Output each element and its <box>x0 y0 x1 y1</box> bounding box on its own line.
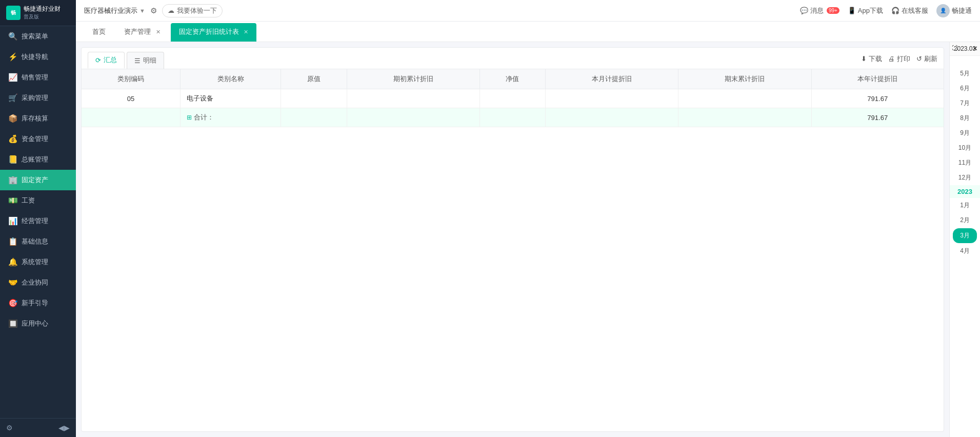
company-name: 医疗器械行业演示 <box>84 6 137 15</box>
sidebar-item-payroll[interactable]: 💵 工资 <box>0 190 76 211</box>
date-month-11[interactable]: 11月 <box>950 155 980 170</box>
date-month-2[interactable]: 2月 <box>950 213 980 228</box>
topbar-right: 💬 消息 99+ 📱 App下载 🎧 在线客服 👤 畅捷通 <box>800 4 972 17</box>
summary-opening-acc <box>347 108 479 127</box>
download-icon: 📱 <box>848 7 856 14</box>
close-date-panel-icon[interactable]: ✕ <box>972 45 978 52</box>
settings-bottom-icon[interactable]: ⚙ <box>6 424 13 432</box>
date-month-12[interactable]: 12月 <box>950 170 980 185</box>
col-net-value: 净值 <box>479 69 545 89</box>
tab-home[interactable]: 首页 <box>84 23 114 42</box>
message-btn[interactable]: 💬 消息 99+ <box>800 6 839 15</box>
date-month-8[interactable]: 8月 <box>950 111 980 126</box>
date-year-2023: 2023 <box>950 185 980 198</box>
sidebar-item-quick-nav[interactable]: ⚡ 快捷导航 <box>0 47 76 67</box>
summary-label-cell: ⊞ 合计： <box>181 108 281 127</box>
system-icon: 🔔 <box>8 257 17 267</box>
experience-btn[interactable]: ☁ 我要体验一下 <box>162 4 223 17</box>
sub-tabs-left: ⟳ 汇总 ☰ 明细 <box>88 52 166 69</box>
topbar: 医疗器械行业演示 ▼ ⚙ ☁ 我要体验一下 💬 消息 99+ 📱 App下载 🎧… <box>76 0 980 22</box>
download-btn[interactable]: ⬇ 下载 <box>861 54 882 64</box>
user-avatar: 👤 <box>936 4 950 17</box>
summary-expand-icon[interactable]: ⊞ <box>187 114 192 121</box>
sidebar-item-search[interactable]: 🔍 搜索菜单 <box>0 26 76 47</box>
sidebar-item-fixed-assets[interactable]: 🏢 固定资产 <box>0 170 76 190</box>
date-month-5[interactable]: 5月 <box>950 66 980 81</box>
sidebar-item-inventory[interactable]: 📦 库存核算 <box>0 108 76 129</box>
purchase-icon: 🛒 <box>8 93 17 103</box>
date-month-9[interactable]: 9月 <box>950 126 980 141</box>
sidebar-item-beginner[interactable]: 🎯 新手引导 <box>0 293 76 313</box>
content-area: ⟳ 汇总 ☰ 明细 ⬇ 下载 🖨 打印 <box>76 42 980 437</box>
summary-code-cell <box>82 108 181 127</box>
cell-annual: 791.67 <box>811 89 944 108</box>
sub-tabs-bar: ⟳ 汇总 ☰ 明细 ⬇ 下载 🖨 打印 <box>82 48 944 69</box>
summary-annual: 791.67 <box>811 108 944 127</box>
company-selector[interactable]: 医疗器械行业演示 ▼ <box>84 6 145 15</box>
sidebar-item-funds[interactable]: 💰 资金管理 <box>0 129 76 149</box>
sidebar-item-operations[interactable]: 📊 经营管理 <box>0 211 76 231</box>
date-panel-header: ⛶ 2023.03 ✕ <box>950 42 980 56</box>
date-month-6[interactable]: 6月 <box>950 81 980 96</box>
notification-badge: 99+ <box>827 7 839 14</box>
summary-tab-label: 汇总 <box>104 55 117 65</box>
date-month-7[interactable]: 7月 <box>950 96 980 111</box>
sidebar-item-app-center[interactable]: 🔲 应用中心 <box>0 313 76 334</box>
cell-opening-acc <box>347 89 479 108</box>
topbar-settings-icon[interactable]: ⚙ <box>150 6 157 15</box>
sidebar: 畅 畅捷通好业财 普及版 🔍 搜索菜单 ⚡ 快捷导航 📈 销售管理 🛒 采购管理… <box>0 0 76 437</box>
tab-depreciation[interactable]: 固定资产折旧统计表 ✕ <box>171 23 257 42</box>
app-download-label: App下载 <box>858 6 883 15</box>
user-menu[interactable]: 👤 畅捷通 <box>936 4 972 17</box>
sub-tab-detail[interactable]: ☰ 明细 <box>127 52 164 69</box>
detail-tab-icon: ☰ <box>134 57 141 65</box>
search-icon: 🔍 <box>8 32 17 41</box>
app-center-icon: 🔲 <box>8 319 17 328</box>
print-btn[interactable]: 🖨 打印 <box>888 54 910 64</box>
user-label: 畅捷通 <box>952 6 972 15</box>
col-code: 类别编码 <box>82 69 181 89</box>
date-panel: ⛶ 2023.03 ✕ 5月 6月 7月 8月 9月 10月 11月 12月 2… <box>949 42 980 437</box>
sub-tab-summary[interactable]: ⟳ 汇总 <box>88 52 125 69</box>
customer-service-btn[interactable]: 🎧 在线客服 <box>891 6 928 15</box>
cell-code: 05 <box>82 89 181 108</box>
expand-icon[interactable]: ⛶ <box>952 45 957 51</box>
app-download-btn[interactable]: 📱 App下载 <box>848 6 883 15</box>
funds-icon: 💰 <box>8 134 17 144</box>
col-original: 原值 <box>281 69 347 89</box>
sidebar-logo: 畅 畅捷通好业财 普及版 <box>0 0 76 26</box>
summary-net-value <box>479 108 545 127</box>
sidebar-item-system[interactable]: 🔔 系统管理 <box>0 252 76 272</box>
sidebar-item-sales[interactable]: 📈 销售管理 <box>0 67 76 88</box>
sales-icon: 📈 <box>8 73 17 82</box>
tab-asset-mgmt-close[interactable]: ✕ <box>156 29 161 35</box>
refresh-btn[interactable]: ↺ 刷新 <box>916 54 937 64</box>
sidebar-nav: 🔍 搜索菜单 ⚡ 快捷导航 📈 销售管理 🛒 采购管理 📦 库存核算 💰 资金管… <box>0 26 76 418</box>
content-main: ⟳ 汇总 ☰ 明细 ⬇ 下载 🖨 打印 <box>81 47 944 432</box>
cell-monthly <box>546 89 678 108</box>
sidebar-item-basic-info[interactable]: 📋 基础信息 <box>0 231 76 252</box>
date-month-1[interactable]: 1月 <box>950 198 980 213</box>
ledger-icon: 📒 <box>8 155 17 164</box>
sidebar-item-enterprise[interactable]: 🤝 企业协同 <box>0 272 76 293</box>
sub-tabs-right: ⬇ 下载 🖨 打印 ↺ 刷新 <box>861 54 937 67</box>
tab-asset-mgmt[interactable]: 资产管理 ✕ <box>116 23 169 42</box>
sidebar-item-purchase[interactable]: 🛒 采购管理 <box>0 88 76 108</box>
payroll-icon: 💵 <box>8 196 17 205</box>
tabs-bar: 首页 资产管理 ✕ 固定资产折旧统计表 ✕ <box>76 22 980 42</box>
message-label: 消息 <box>810 6 824 15</box>
date-month-4[interactable]: 4月 <box>950 244 980 259</box>
sidebar-item-ledger[interactable]: 📒 总账管理 <box>0 149 76 170</box>
tab-depreciation-close[interactable]: ✕ <box>244 29 248 35</box>
col-closing-acc: 期末累计折旧 <box>678 69 811 89</box>
basic-info-icon: 📋 <box>8 237 17 246</box>
main-area: 医疗器械行业演示 ▼ ⚙ ☁ 我要体验一下 💬 消息 99+ 📱 App下载 🎧… <box>76 0 980 437</box>
experience-label: 我要体验一下 <box>177 6 217 15</box>
download-icon: ⬇ <box>861 55 867 63</box>
date-month-10[interactable]: 10月 <box>950 141 980 155</box>
table-container: 类别编码 类别名称 原值 期初累计折旧 净值 本月计提折旧 期末累计折旧 本年计… <box>82 69 944 431</box>
collapse-icon[interactable]: ◀▶ <box>58 424 70 432</box>
date-month-3-current[interactable]: 3月 <box>953 228 977 243</box>
date-panel-scroll: 5月 6月 7月 8月 9月 10月 11月 12月 2023 1月 2月 3月… <box>950 56 980 437</box>
fixed-assets-icon: 🏢 <box>8 175 17 185</box>
